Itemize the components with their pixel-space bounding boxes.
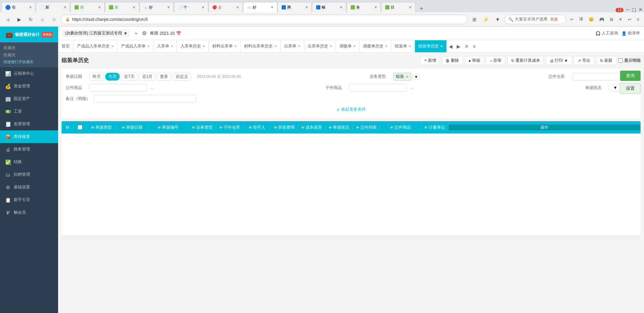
child-goods-more[interactable]: ... [410,85,414,90]
scroll-bar-area[interactable] [62,236,641,240]
print-button[interactable]: 🖨 打印 ▼ [546,56,572,65]
tab-menu[interactable]: ≡ [471,44,478,49]
tab-right-nav[interactable]: ▶ [455,44,462,49]
select-all-checkbox[interactable] [78,125,82,130]
forward-button[interactable]: ▶ [14,15,24,24]
add-company-button[interactable]: ＋ [134,30,138,37]
tab-assemble-history[interactable]: 组装单历史 ✕ [415,40,447,53]
browser-tab-3[interactable]: 🟩 易 ✕ [70,2,105,12]
parent-goods-input[interactable] [90,84,147,91]
audit-button[interactable]: ● 审核 [465,56,484,65]
browser-tab-11[interactable]: 🟩 各 ✕ [347,2,381,12]
date-btn-more[interactable]: 更多 [157,73,171,81]
tab-mat-out-history[interactable]: 材料出库单历史 ✕ [241,40,281,53]
game-button[interactable]: 🎮 [597,16,606,23]
sidebar-item-invoice[interactable]: 🧾 发票管理 [0,118,58,130]
undo-button[interactable]: ↩ [626,16,633,23]
th-check[interactable] [74,125,86,130]
maximize-button[interactable]: ▢ [632,7,636,12]
tab-home[interactable]: 首页 [58,40,73,53]
tab-prod-in-close[interactable]: ✕ [147,44,150,48]
filter-settings-button[interactable]: 设置 [620,83,641,94]
emoji-button[interactable]: 😊 [587,16,596,23]
lightning-button[interactable]: ⚡ [481,15,491,24]
biz-type-dropdown[interactable]: ▼ [413,74,420,80]
tab-out-history[interactable]: 出库单历史 ✕ [304,40,336,53]
tab-in-history-close[interactable]: ✕ [202,44,205,48]
sidebar-item-payroll[interactable]: 💵 工资 [0,105,58,118]
browser-tab-12[interactable]: 🟩 目 ✕ [381,2,415,12]
tab-in-history[interactable]: 入库单历史 ✕ [177,40,209,53]
browser-tab-4[interactable]: 🟩 易 ✕ [105,2,139,12]
parent-goods-more[interactable]: ... [150,85,154,90]
child-goods-input[interactable] [349,84,407,91]
cut-button[interactable]: ✂ [568,16,576,23]
browser-tab-6[interactable]: 📄 个 ✕ [174,2,208,12]
user-profile[interactable]: 👤 徐泽华 [621,30,640,36]
date-btn-1month[interactable]: 近1月 [139,73,156,81]
home-button[interactable]: ⌂ [38,15,47,24]
company-selector[interactable]: (勿删勿禁用) 江西服宝测试专用 ▼ [62,29,130,37]
minimize-button[interactable]: ─ [626,7,629,12]
browser-tab-5[interactable]: ☁️ 好 ✕ [139,2,174,12]
export-button[interactable]: ↗ 导出 [574,56,594,65]
tab-mat-out-history-close[interactable]: ✕ [274,44,277,48]
tab-mat-out[interactable]: 材料出库单 ✕ [209,40,241,53]
show-detail-input[interactable] [618,58,623,63]
sidebar-item-guide[interactable]: 📋 新手引导 [0,194,58,206]
sidebar-item-tax[interactable]: 🖨 税务管理 [0,143,58,156]
tab-adjust[interactable]: 调拨单 ✕ [336,40,360,53]
browser-tab-9[interactable]: 🟦 腾 ✕ [278,2,312,12]
tab-out-history-close[interactable]: ✕ [330,44,332,48]
collapse-button[interactable]: ∧ 收起更多条件 [335,105,367,114]
browser-tab-7[interactable]: 🔴 企 ✕ [209,2,243,12]
browser-tab-1[interactable]: 🔵 在 ✕ [1,2,36,12]
tab-mat-out-close[interactable]: ✕ [234,44,237,48]
search-bar[interactable]: 🔍 大量安卓用户逃离 热搜 [505,15,566,24]
query-button[interactable]: 查询 [620,71,641,81]
settings-button[interactable]: ⚙ [142,30,147,37]
show-detail-checkbox[interactable]: 显示明细 [618,58,641,63]
browser-tab-10[interactable]: 🟦 畅 ✕ [312,2,346,12]
add-button[interactable]: + 新增 [420,56,440,65]
bookmark-button[interactable]: ☆ [49,15,59,24]
th-settings[interactable]: ⚙ [62,125,74,130]
tab-prod-in-history-close[interactable]: ✕ [111,44,114,48]
sidebar-item-fund-mgmt[interactable]: 💰 资金管理 [0,80,58,93]
tab-close-all[interactable]: ✕ [462,44,471,49]
menu-button[interactable]: ≡ [635,16,641,23]
address-bar[interactable]: 🔒 https://cloud.chanjet.com/accounting/u… [61,15,468,24]
new-tab-button[interactable]: ＋ [416,4,427,12]
theme-button[interactable]: ☀ [617,16,625,23]
service-button[interactable]: 🎧 人工咨询 [595,30,618,36]
notes-input[interactable] [94,95,196,102]
tab-prod-in[interactable]: 产成品入库单 ✕ [118,40,153,53]
tab-adjust-history[interactable]: 调拨单历史 ✕ [360,40,391,53]
translate-button[interactable]: 译 [577,16,585,23]
tab-in-order[interactable]: 入库单 ✕ [153,40,177,53]
sidebar-item-cloud-report[interactable]: 📊 云报表中心 [0,67,58,80]
date-btn-yesterday[interactable]: 昨天 [90,73,104,81]
tab-out-order-close[interactable]: ✕ [298,44,300,48]
abandon-button[interactable]: ○ 弃审 [486,56,505,65]
tab-prod-in-history[interactable]: 产成品入库单历史 ✕ [73,40,118,53]
favorites-link[interactable]: 快捷键打开收藏夹 [3,59,55,65]
close-window-button[interactable]: ✕ [639,7,643,12]
refresh-button[interactable]: ↻ 刷新 [596,56,616,65]
sidebar-item-checkout[interactable]: ✅ 结账 [0,156,58,168]
tab-assemble-close[interactable]: ✕ [408,44,411,48]
sidebar-item-fixed-assets[interactable]: 🏢 固定资产 [0,93,58,105]
sidebar-item-member[interactable]: V 畅会员 [0,206,58,219]
reload-button[interactable]: ↻ [26,15,36,24]
sidebar-item-basic-settings[interactable]: ⚙ 基础设置 [0,181,58,194]
date-btn-7days[interactable]: 近7天 [121,73,138,81]
tab-assemble-history-close[interactable]: ✕ [440,44,443,48]
biz-type-remove[interactable]: ✕ [405,74,409,79]
sidebar-item-archive[interactable]: 🗂 归档管理 [0,168,58,181]
sidebar-item-inventory[interactable]: 📦 库存核算 [0,130,58,143]
tab-left-nav[interactable]: ◀ [447,44,455,49]
delete-button[interactable]: 🗑 删除 [442,56,463,65]
tab-assemble[interactable]: 组装单 ✕ [391,40,415,53]
tab-adjust-close[interactable]: ✕ [353,44,356,48]
recalc-button[interactable]: ↻ 重新计算成本 [507,56,544,65]
